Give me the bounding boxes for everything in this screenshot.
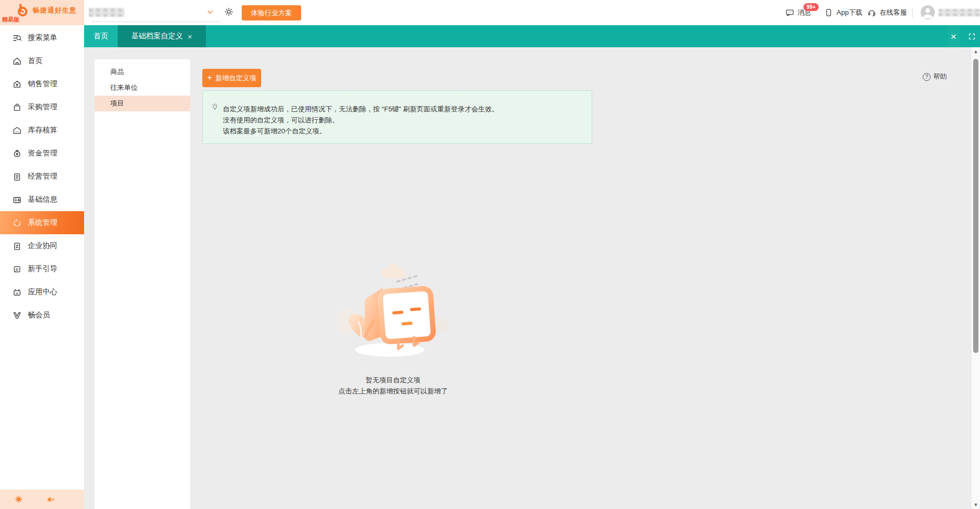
clipboard-icon — [12, 172, 22, 182]
phone-icon — [824, 8, 833, 17]
tip-line: 没有使用的自定义项，可以进行删除。 — [223, 115, 499, 126]
tabbar: 首页 基础档案自定义 × × — [84, 25, 980, 47]
novice-guide-icon: 新 — [12, 264, 22, 274]
tabbar-actions: × — [947, 25, 976, 47]
customer-service-label: 在线客服 — [880, 8, 907, 17]
sidebar-item-label: 基础信息 — [28, 195, 57, 204]
sidebar-item-search-menu[interactable]: 搜索菜单 — [0, 26, 84, 49]
tips-panel: 自定义项新增成功后，已使用情况下，无法删除，按 “F5键” 刷新页面或重新登录才… — [202, 90, 592, 144]
help-question-icon: ? — [923, 73, 931, 81]
sidebar-item-sales[interactable]: 销售管理 — [0, 72, 84, 96]
tab-basic-archive-custom[interactable]: 基础档案自定义 × — [118, 25, 206, 47]
vertical-scrollbar[interactable]: ▲ ▼ — [972, 47, 980, 509]
add-custom-field-label: 新增自定义项 — [215, 74, 256, 83]
archive-item-partners[interactable]: 往来单位 — [95, 80, 190, 96]
fullscreen-icon[interactable] — [968, 33, 976, 40]
sidebar-item-inventory[interactable]: 库存核算 — [0, 119, 84, 142]
experience-plan-button[interactable]: 体验行业方案 — [242, 5, 301, 20]
sidebar-item-label: 新手引导 — [28, 264, 57, 274]
empty-state-title: 暂无项目自定义项 — [319, 376, 467, 385]
purchase-bag-icon — [12, 102, 22, 112]
system-icon — [12, 218, 22, 228]
add-custom-field-button[interactable]: + 新增自定义项 — [202, 69, 261, 87]
topbar: 体验行业方案 消息 99+ App下载 在线客服 — [84, 0, 980, 25]
company-name-redacted[interactable] — [89, 8, 125, 17]
close-all-tabs-icon[interactable]: × — [947, 25, 960, 47]
money-bag-icon — [12, 149, 22, 159]
archive-type-panel: 商品 往来单位 项目 — [95, 59, 190, 509]
sidebar-item-label: 销售管理 — [28, 79, 57, 89]
messages-count-badge: 99+ — [803, 3, 819, 11]
topbar-gear-icon[interactable] — [224, 7, 234, 17]
sidebar-item-home[interactable]: 首页 — [0, 49, 84, 72]
home-icon — [12, 56, 22, 66]
sidebar-item-label: 应用中心 — [28, 287, 57, 297]
tab-close-icon[interactable]: × — [188, 33, 192, 40]
topbar-divider — [912, 7, 913, 18]
scrollbar-thumb[interactable] — [973, 59, 978, 353]
sidebar-item-system[interactable]: 系统管理 — [0, 211, 84, 234]
sidebar-item-purchase[interactable]: 采购管理 — [0, 96, 84, 119]
svg-text:新: 新 — [15, 267, 18, 271]
archive-item-goods[interactable]: 商品 — [95, 64, 190, 80]
warehouse-icon — [12, 126, 22, 136]
username-redacted[interactable] — [938, 9, 980, 16]
collaboration-icon — [12, 241, 22, 251]
empty-state-subtitle: 点击左上角的新增按钮就可以新增了 — [319, 387, 467, 396]
user-avatar[interactable] — [921, 5, 935, 19]
company-select-underline — [91, 22, 221, 22]
brand-edition-badge: 精易版 — [2, 16, 19, 24]
sidebar: 畅捷通好生意 精易版 搜索菜单 首页 销售管理 采购管理 库存核算 资金管理 — [0, 0, 84, 509]
sidebar-item-label: 采购管理 — [28, 102, 57, 112]
sidebar-item-label: 经营管理 — [28, 172, 57, 181]
tip-line: 该档案最多可新增20个自定义项。 — [223, 126, 499, 137]
tab-home[interactable]: 首页 — [84, 25, 118, 47]
sidebar-item-novice-guide[interactable]: 新 新手引导 — [0, 257, 84, 281]
sidebar-item-label: 首页 — [28, 56, 43, 66]
sales-icon — [12, 79, 22, 89]
search-menu-icon — [12, 33, 22, 43]
id-card-icon — [12, 195, 22, 205]
sidebar-item-label: 畅会员 — [28, 310, 50, 320]
content-area: 商品 往来单位 项目 + 新增自定义项 ? 帮助 自定义项新增成功后，已使用情况… — [84, 47, 972, 509]
app-download-label: App下载 — [837, 8, 862, 17]
tips-text: 自定义项新增成功后，已使用情况下，无法删除，按 “F5键” 刷新页面或重新登录才… — [223, 103, 499, 137]
sidebar-item-label: 搜索菜单 — [28, 33, 57, 43]
sidebar-item-member[interactable]: 畅会员 — [0, 304, 84, 327]
brand-name: 畅捷通好生意 — [33, 6, 77, 15]
archive-item-project[interactable]: 项目 — [95, 96, 190, 111]
brand-logo-icon — [16, 3, 29, 17]
brand-header: 畅捷通好生意 精易版 — [0, 0, 84, 25]
sidebar-item-basic-info[interactable]: 基础信息 — [0, 188, 84, 211]
help-label: 帮助 — [933, 72, 947, 81]
help-link[interactable]: ? 帮助 — [923, 72, 947, 81]
sidebar-item-label: 系统管理 — [28, 218, 57, 227]
message-bubble-icon — [785, 8, 795, 17]
tab-label: 基础档案自定义 — [131, 32, 183, 41]
customer-service-button[interactable]: 在线客服 — [867, 0, 907, 25]
announcement-speaker-icon[interactable] — [46, 495, 56, 504]
sidebar-item-label: 企业协同 — [28, 241, 57, 251]
plus-icon: + — [207, 74, 212, 82]
app-center-icon — [12, 287, 22, 297]
sidebar-item-collaboration[interactable]: 企业协同 — [0, 234, 84, 257]
sidebar-item-label: 库存核算 — [28, 126, 57, 135]
tab-label: 首页 — [94, 32, 108, 41]
headset-icon — [867, 8, 876, 17]
sidebar-item-funds[interactable]: 资金管理 — [0, 142, 84, 165]
scroll-up-arrow-icon[interactable]: ▲ — [972, 49, 980, 54]
sidebar-footer — [0, 490, 84, 509]
settings-gear-icon[interactable] — [14, 495, 23, 504]
tip-line: 自定义项新增成功后，已使用情况下，无法删除，按 “F5键” 刷新页面或重新登录才… — [223, 103, 499, 115]
sidebar-item-app-center[interactable]: 应用中心 — [0, 281, 84, 304]
member-v-icon — [12, 310, 22, 320]
app-download-button[interactable]: App下载 — [824, 0, 862, 25]
lightbulb-icon — [211, 102, 219, 111]
empty-state-illustration — [335, 257, 451, 365]
sidebar-item-label: 资金管理 — [28, 149, 57, 158]
scroll-down-arrow-icon[interactable]: ▼ — [972, 502, 980, 507]
chevron-down-icon[interactable] — [206, 8, 214, 16]
sidebar-item-operations[interactable]: 经营管理 — [0, 165, 84, 188]
sidebar-menu: 搜索菜单 首页 销售管理 采购管理 库存核算 资金管理 经营管理 基础信息 — [0, 26, 84, 327]
